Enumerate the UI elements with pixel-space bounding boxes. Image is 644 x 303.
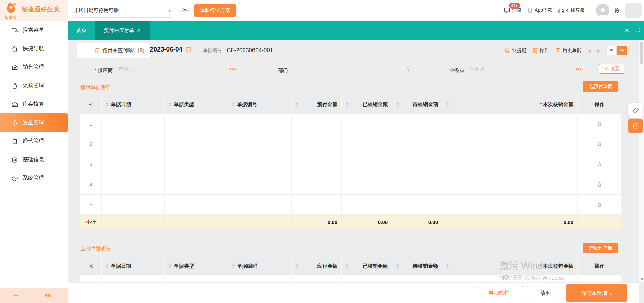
cell-empty[interactable] xyxy=(165,134,228,154)
settings-gear-icon[interactable] xyxy=(182,7,189,14)
sidebar-item-base-info[interactable]: 基础信息 xyxy=(0,150,68,169)
tab-home[interactable]: 首页 xyxy=(68,21,95,40)
cell-empty[interactable] xyxy=(165,174,228,195)
sort-icon[interactable] xyxy=(296,264,298,268)
header-prepay-amount[interactable]: 预付金额 xyxy=(292,95,342,114)
header-doc-type[interactable]: 单据类型 xyxy=(165,257,228,275)
cell-empty[interactable] xyxy=(165,195,228,215)
header-pending-amount[interactable]: 待核销金额 xyxy=(392,257,442,275)
header-verified-amount[interactable]: 已核销金额 xyxy=(342,257,392,275)
sidebar-settings-gear-icon[interactable] xyxy=(13,292,19,299)
attachment-button[interactable] xyxy=(628,103,643,118)
sort-icon[interactable] xyxy=(346,102,348,107)
column-settings-cell[interactable] xyxy=(80,95,102,114)
cell-empty[interactable] xyxy=(228,195,292,215)
cell-empty[interactable] xyxy=(292,154,342,174)
cell-empty[interactable] xyxy=(442,154,578,174)
cell-empty[interactable] xyxy=(342,195,392,215)
cell-empty[interactable] xyxy=(342,174,392,195)
delete-row-button[interactable] xyxy=(597,161,602,167)
industry-solution-button[interactable]: 体验行业方案 xyxy=(194,4,236,17)
chevron-down-icon[interactable]: ∨ xyxy=(407,67,410,72)
vertical-scrollbar[interactable] xyxy=(639,40,644,282)
collapse-sidebar-icon[interactable] xyxy=(44,292,52,298)
cell-empty[interactable] xyxy=(392,134,442,154)
prev-doc-arrow-icon[interactable]: ◀ xyxy=(587,48,591,53)
cell-empty[interactable] xyxy=(228,174,292,195)
supplier-lookup-icon[interactable]: ••• xyxy=(230,66,236,72)
sidebar-item-system[interactable]: 系统管理 xyxy=(0,169,68,188)
cell-empty[interactable] xyxy=(165,114,228,134)
cell-empty[interactable] xyxy=(392,114,442,134)
sidebar-item-business[interactable]: 经营管理 xyxy=(0,132,68,150)
salesman-input[interactable]: 业务员 ••• xyxy=(468,65,583,76)
online-service-button[interactable]: 在线客服 xyxy=(558,7,585,14)
cell-empty[interactable] xyxy=(102,154,165,174)
cell-empty[interactable] xyxy=(292,134,342,154)
expand-panel-button[interactable] xyxy=(628,119,643,133)
scrollbar-down-arrow-icon[interactable] xyxy=(640,278,644,280)
sort-icon[interactable] xyxy=(396,264,399,268)
cell-empty[interactable] xyxy=(102,174,165,195)
discard-button[interactable]: 放弃 xyxy=(533,286,558,300)
header-verified-amount[interactable]: 已核销金额 xyxy=(342,95,392,114)
doc-date-field[interactable]: 2023-06-04 xyxy=(149,45,193,56)
cell-empty[interactable] xyxy=(392,154,442,174)
supplier-input[interactable]: 选择... ••• xyxy=(117,65,237,76)
sidebar-item-search-menu[interactable]: 搜索菜单 xyxy=(0,21,68,39)
sort-icon[interactable] xyxy=(232,264,235,268)
sidebar-item-inventory[interactable]: 库存核算 xyxy=(0,95,68,113)
cell-empty[interactable] xyxy=(292,114,342,134)
delete-row-button[interactable] xyxy=(597,141,602,147)
app-download-button[interactable]: App下载 xyxy=(527,7,552,13)
delete-row-button[interactable] xyxy=(597,202,602,207)
cell-empty[interactable] xyxy=(102,134,165,154)
sort-icon[interactable] xyxy=(232,102,235,107)
cell-empty[interactable] xyxy=(442,114,578,134)
cell-empty[interactable] xyxy=(102,195,165,215)
cell-empty[interactable] xyxy=(342,134,392,154)
cell-empty[interactable] xyxy=(292,195,342,215)
scrollbar-thumb[interactable] xyxy=(640,42,643,64)
cell-empty[interactable] xyxy=(228,134,292,154)
tab-close-icon[interactable]: ✕ xyxy=(137,28,141,33)
header-doc-code[interactable]: 单据编码 xyxy=(228,257,292,275)
messages-button[interactable]: 消息 99+ xyxy=(504,7,521,14)
tab-prepay-offset[interactable]: 预付冲应付单 ✕ xyxy=(95,21,150,40)
sort-icon[interactable] xyxy=(396,102,399,107)
auto-verify-button[interactable]: 自动核销 xyxy=(475,286,523,300)
cell-empty[interactable] xyxy=(102,114,165,134)
delete-row-button[interactable] xyxy=(597,121,602,127)
cell-empty[interactable] xyxy=(165,154,228,174)
department-select[interactable]: ∨ xyxy=(292,65,411,76)
form-settings-button[interactable]: 设置 xyxy=(599,64,624,74)
next-doc-arrow-icon[interactable]: ▶ xyxy=(597,48,600,53)
header-payable-amount[interactable]: 应付金额 xyxy=(292,257,342,275)
sort-icon[interactable] xyxy=(446,264,449,268)
list-view-button[interactable] xyxy=(606,46,617,55)
header-current-verify-amount[interactable]: *本次核销金额 xyxy=(442,95,578,114)
save-and-new-button[interactable]: 保存&新增 ∧ xyxy=(566,284,627,302)
fullscreen-icon[interactable] xyxy=(635,27,641,33)
cell-empty[interactable] xyxy=(342,114,392,134)
cell-empty[interactable] xyxy=(228,114,292,134)
sort-icon[interactable] xyxy=(169,264,171,268)
sidebar-item-funds[interactable]: 资金管理 xyxy=(0,113,68,132)
sidebar-item-quick-nav[interactable]: 快捷导航 xyxy=(0,39,68,58)
history-button[interactable]: 历史单据 xyxy=(555,47,581,54)
sort-icon[interactable] xyxy=(106,264,108,268)
cell-empty[interactable] xyxy=(442,134,578,154)
avatar[interactable] xyxy=(596,4,609,17)
select-prepay-docs-button[interactable]: 选预付单据 xyxy=(583,81,618,92)
sort-icon[interactable] xyxy=(296,102,298,107)
sidebar-item-sales[interactable]: 销售管理 xyxy=(0,58,68,76)
cell-empty[interactable] xyxy=(392,174,442,195)
sort-icon[interactable] xyxy=(446,102,449,107)
sort-icon[interactable] xyxy=(169,102,171,107)
salesman-lookup-icon[interactable]: ••• xyxy=(575,66,582,72)
header-doc-date[interactable]: 单据日期 xyxy=(102,95,165,114)
cell-empty[interactable] xyxy=(392,195,442,215)
hotkeys-button[interactable]: 快捷键 xyxy=(505,47,527,54)
sidebar-item-purchase[interactable]: 采购管理 xyxy=(0,76,68,95)
header-doc-date[interactable]: 单据日期 xyxy=(102,257,165,275)
